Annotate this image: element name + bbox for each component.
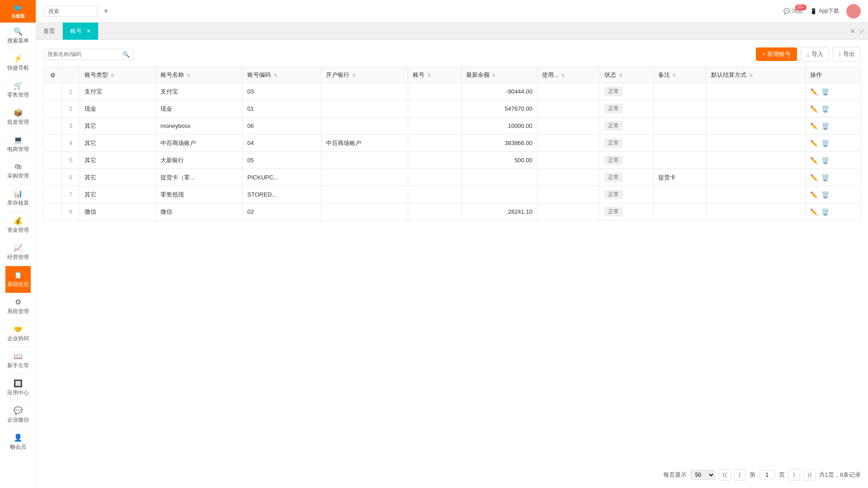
page-number-input[interactable] <box>759 470 775 479</box>
delete-icon[interactable]: 🗑️ <box>821 174 829 181</box>
edit-icon[interactable]: ✏️ <box>810 157 818 164</box>
sidebar-item-purchase[interactable]: 🛍采购管理 <box>5 158 31 185</box>
sidebar-item-label: 企业微信 <box>7 416 29 424</box>
import-button[interactable]: ↓ 导入 <box>801 47 829 61</box>
sidebar-item-wholesale[interactable]: 📦批发管理 <box>5 104 31 131</box>
sidebar-item-app[interactable]: 🔲应用中心 <box>5 375 31 402</box>
row-checkbox[interactable] <box>44 186 62 203</box>
row-balance: 10000.00 <box>461 117 537 135</box>
row-checkbox[interactable] <box>44 203 62 221</box>
sidebar-item-ecommerce[interactable]: 💻电商管理 <box>5 131 31 158</box>
dropdown-icon[interactable]: ▼ <box>103 8 109 14</box>
col-code[interactable]: 账号编码 ⇅ <box>243 67 321 83</box>
sidebar-item-member[interactable]: 👤畅会员 <box>5 429 31 456</box>
top-search-input[interactable] <box>43 6 98 17</box>
col-balance[interactable]: 最新余额 ⇅ <box>461 67 537 83</box>
sidebar-item-operation[interactable]: 📈经营管理 <box>5 239 31 266</box>
row-remark <box>653 100 707 117</box>
tab-home-label: 首页 <box>43 27 55 35</box>
row-usage <box>537 100 600 117</box>
sidebar-item-system[interactable]: ⚙系统管理 <box>5 293 31 320</box>
delete-icon[interactable]: 🗑️ <box>821 122 829 130</box>
row-checkbox[interactable] <box>44 117 62 135</box>
guide-icon: 📖 <box>14 352 23 361</box>
ecommerce-icon: 💻 <box>14 136 23 144</box>
edit-icon[interactable]: ✏️ <box>810 140 818 147</box>
sidebar-item-capital[interactable]: 💰资金管理 <box>5 212 31 239</box>
row-checkbox[interactable] <box>44 100 62 117</box>
row-settle <box>707 203 805 221</box>
user-avatar[interactable] <box>846 4 861 19</box>
sidebar-item-search[interactable]: 🔍搜索菜单 <box>5 23 31 50</box>
col-remark[interactable]: 备注 ⇅ <box>653 67 707 83</box>
main-area: ▼ 💬 消息 99+ 📱 App下载 首页 账号 ✕ ✕ ⤢ <box>36 0 868 488</box>
row-balance: 547670.00 <box>461 100 537 117</box>
sidebar-item-stock[interactable]: 📊库存核算 <box>5 185 31 212</box>
row-checkbox[interactable] <box>44 83 62 100</box>
delete-icon[interactable]: 🗑️ <box>821 140 829 147</box>
status-badge: 正常 <box>604 87 623 96</box>
prev-page-button[interactable]: ⟨ <box>734 469 746 481</box>
row-checkbox[interactable] <box>44 169 62 186</box>
row-name: 现金 <box>156 100 243 117</box>
message-icon: 💬 <box>783 8 790 14</box>
col-type[interactable]: 账号类型 ⇅ <box>80 67 156 83</box>
sidebar-item-wechat[interactable]: 💬企业微信 <box>5 402 31 429</box>
edit-icon[interactable]: ✏️ <box>810 208 818 216</box>
row-usage <box>537 135 600 152</box>
edit-icon[interactable]: ✏️ <box>810 122 818 130</box>
col-usage[interactable]: 使用... ⇅ <box>537 67 600 83</box>
last-page-button[interactable]: ⟩⟩ <box>804 469 816 481</box>
delete-icon[interactable]: 🗑️ <box>821 157 829 164</box>
message-button[interactable]: 💬 消息 99+ <box>783 7 803 15</box>
col-status[interactable]: 状态 ⇅ <box>600 67 653 83</box>
row-code: STORED... <box>243 186 321 203</box>
search-box[interactable]: 🔍 <box>43 49 134 60</box>
export-button[interactable]: ↑ 导出 <box>833 47 861 61</box>
edit-icon[interactable]: ✏️ <box>810 174 818 181</box>
edit-icon[interactable]: ✏️ <box>810 88 818 95</box>
search-icon[interactable]: 🔍 <box>123 51 130 58</box>
tab-home[interactable]: 首页 <box>36 23 63 40</box>
row-status: 正常 <box>600 152 653 169</box>
total-label: 共1页，8条记录 <box>819 471 861 479</box>
sidebar-item-quick[interactable]: ⚡快捷导航 <box>5 50 31 77</box>
row-checkbox[interactable] <box>44 152 62 169</box>
delete-icon[interactable]: 🗑️ <box>821 105 829 113</box>
row-checkbox[interactable] <box>44 135 62 152</box>
tab-account-close[interactable]: ✕ <box>86 28 91 34</box>
delete-icon[interactable]: 🗑️ <box>821 208 829 216</box>
col-bank[interactable]: 开户银行 ⇅ <box>321 67 408 83</box>
row-index: 7 <box>62 186 80 203</box>
message-badge: 99+ <box>795 5 807 10</box>
edit-icon[interactable]: ✏️ <box>810 105 818 113</box>
delete-icon[interactable]: 🗑️ <box>821 88 829 95</box>
row-code: 06 <box>243 117 321 135</box>
tab-account[interactable]: 账号 ✕ <box>63 23 99 40</box>
delete-icon[interactable]: 🗑️ <box>821 191 829 198</box>
row-code: 03 <box>243 83 321 100</box>
search-input[interactable] <box>47 51 120 57</box>
app-download-button[interactable]: 📱 App下载 <box>810 7 839 15</box>
row-type: 其它 <box>80 135 156 152</box>
sidebar-item-guide[interactable]: 📖新手引导 <box>5 347 31 375</box>
table-row: 5 其它 大新银行 05 500.00 正常 ✏️ 🗑️ <box>44 152 861 169</box>
add-account-button[interactable]: + 新增账号 <box>756 47 797 61</box>
row-remark <box>653 152 707 169</box>
sidebar-item-agreement[interactable]: 🤝企业协同 <box>5 320 31 347</box>
row-actions: ✏️ 🗑️ <box>805 186 860 203</box>
col-settle[interactable]: 默认结算方式 ⇅ <box>707 67 805 83</box>
row-type: 现金 <box>80 100 156 117</box>
sidebar-item-retail[interactable]: 🛒零售管理 <box>5 77 31 104</box>
next-page-button[interactable]: ⟩ <box>788 469 800 481</box>
sidebar-item-basic[interactable]: 📋基础信息 <box>5 266 31 293</box>
edit-icon[interactable]: ✏️ <box>810 191 818 198</box>
page-size-select[interactable]: 50 10 20 100 <box>690 470 715 480</box>
col-name[interactable]: 账号名称 ⇅ <box>156 67 243 83</box>
first-page-button[interactable]: ⟨⟨ <box>719 469 731 481</box>
col-settings[interactable]: ⚙ <box>44 67 62 83</box>
tab-close-btn[interactable]: ✕ <box>850 28 855 35</box>
col-account[interactable]: 账号 ⇅ <box>408 67 462 83</box>
retail-icon: 🛒 <box>14 81 23 90</box>
tab-maximize-btn[interactable]: ⤢ <box>859 28 864 35</box>
